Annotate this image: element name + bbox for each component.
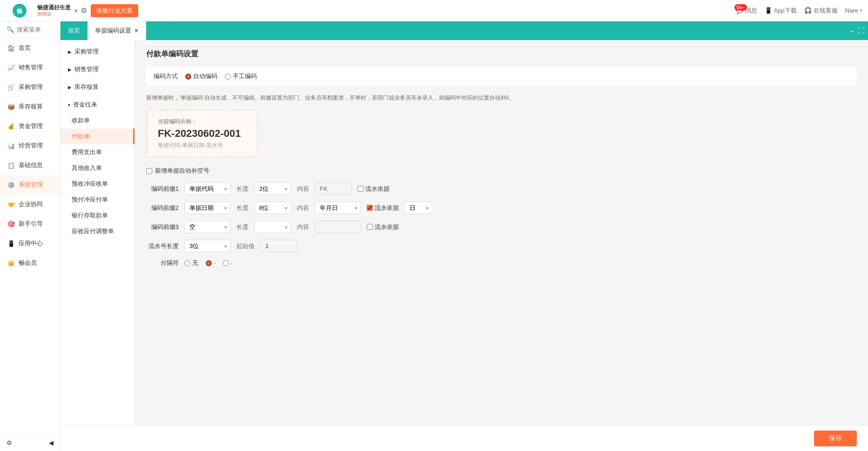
subnav-title-sales[interactable]: ▶ 销售管理 bbox=[61, 61, 135, 77]
service-item[interactable]: 🎧 在线客服 bbox=[804, 7, 838, 15]
preview-box: 当前编码示例： FK-20230602-001 单据代码-单据日期-流水号 bbox=[146, 110, 258, 157]
prefix1-select-wrapper: 单据代码 bbox=[184, 182, 231, 195]
sidebar-item-enterprise[interactable]: 🤝 企业协同 bbox=[0, 195, 60, 214]
tab-maximize-icon[interactable]: ⛶ bbox=[858, 27, 864, 34]
prefix2-serial-label: 流水依据 bbox=[375, 204, 399, 212]
prefix1-serial-check[interactable]: 流水依据 bbox=[357, 185, 390, 193]
tab-home[interactable]: 首页 bbox=[61, 21, 87, 40]
enterprise-icon: 🤝 bbox=[7, 201, 15, 208]
top-bar-left: 畅 畅捷通好生意 旗舰版 ▾ ⚙ 体验行业方案 bbox=[6, 2, 138, 19]
prefix3-serial-check[interactable]: 流水依据 bbox=[367, 223, 399, 231]
auto-fill-checkbox[interactable] bbox=[146, 168, 152, 174]
subnav-item-prepay-rec[interactable]: 预收冲应收单 bbox=[61, 176, 135, 192]
auto-encode-radio[interactable] bbox=[185, 74, 191, 80]
subnav-title-inventory[interactable]: ▶ 库存核算 bbox=[61, 79, 135, 95]
sidebar-item-apps[interactable]: 📱 应用中心 bbox=[0, 234, 60, 253]
settings-icon[interactable]: ⚙ bbox=[81, 6, 87, 15]
start-value-label: 起始值 bbox=[236, 242, 255, 250]
prefix2-select[interactable]: 单据日期 bbox=[184, 202, 231, 214]
sep-dot-radio[interactable] bbox=[223, 260, 229, 266]
preview-desc: 单据代码-单据日期-流水号 bbox=[158, 141, 246, 149]
auto-fill-label: 新增单据自动补空号 bbox=[155, 167, 209, 175]
nav-chevron-icon[interactable]: ▾ bbox=[74, 7, 78, 14]
chevron-right-icon: ▶ bbox=[68, 49, 72, 54]
start-value-input[interactable] bbox=[260, 240, 297, 252]
prefix1-length-wrapper: 2位 bbox=[254, 182, 291, 195]
prefix2-serial-value-wrapper: 日 bbox=[404, 202, 432, 214]
home-icon: 🏠 bbox=[7, 45, 15, 52]
prefix3-select[interactable]: 空 bbox=[184, 221, 231, 233]
preview-label: 当前编码示例： bbox=[158, 118, 246, 126]
serial-length-wrapper: 3位 bbox=[184, 240, 231, 252]
prefix1-length-select[interactable]: 2位 bbox=[254, 182, 291, 195]
trial-button[interactable]: 体验行业方案 bbox=[91, 4, 138, 17]
prefix3-select-wrapper: 空 bbox=[184, 221, 231, 233]
headset-icon: 🎧 bbox=[804, 7, 812, 14]
subnav-title-purchase[interactable]: ▶ 采购管理 bbox=[61, 44, 135, 60]
subnav-title-capital[interactable]: ▾ 资金往来 bbox=[61, 97, 135, 113]
page-content: ▶ 采购管理 ▶ 销售管理 ▶ 库存核算 bbox=[61, 40, 868, 425]
prefix3-row: 编码前缀3 空 长度 内容 bbox=[146, 221, 857, 233]
prefix3-length-select[interactable] bbox=[254, 221, 291, 233]
prefix1-row: 编码前缀1 单据代码 长度 2位 内容 bbox=[146, 182, 857, 195]
prefix1-select[interactable]: 单据代码 bbox=[184, 182, 231, 195]
prefix2-content-select[interactable]: 年月日 bbox=[315, 202, 361, 214]
operation-icon: 📊 bbox=[7, 142, 15, 149]
subnav-item-receipt[interactable]: 收款单 bbox=[61, 113, 135, 128]
prefix2-length-select[interactable]: 8位 bbox=[254, 202, 291, 214]
prefix1-content-input bbox=[315, 182, 352, 195]
username-label: Nare bbox=[845, 7, 858, 14]
sidebar-item-finance[interactable]: 💰 资金管理 bbox=[0, 116, 60, 136]
member-icon: 👑 bbox=[7, 260, 15, 267]
sep-dash-radio[interactable] bbox=[206, 260, 212, 266]
subnav-item-bank[interactable]: 银行存取款单 bbox=[61, 208, 135, 223]
sep-none-option[interactable]: 无 bbox=[184, 259, 198, 267]
sidebar-item-basic[interactable]: 📋 基础信息 bbox=[0, 155, 60, 175]
message-item[interactable]: 💬 99+ 消息 bbox=[736, 7, 757, 15]
tab-minimize-icon[interactable]: – bbox=[850, 27, 854, 34]
prefix2-serial-select[interactable]: 日 bbox=[404, 202, 432, 214]
prefix2-label: 编码前缀2 bbox=[146, 204, 179, 212]
prefix1-serial-checkbox[interactable] bbox=[357, 186, 363, 192]
subnav-item-payment[interactable]: 付款单 bbox=[61, 128, 135, 144]
app-download-item[interactable]: 📱 App下载 bbox=[765, 7, 797, 15]
sidebar-item-home[interactable]: 🏠 首页 bbox=[0, 38, 60, 58]
prefix3-length-label: 长度 bbox=[236, 223, 249, 231]
prefix2-serial-checkbox[interactable] bbox=[367, 205, 373, 211]
manual-encode-option[interactable]: 手工编码 bbox=[225, 72, 257, 81]
tab-close-icon[interactable]: ✕ bbox=[134, 27, 139, 34]
subnav-item-income[interactable]: 其他收入单 bbox=[61, 160, 135, 176]
system-icon: ⚙️ bbox=[7, 182, 15, 188]
sep-dash-option[interactable]: · bbox=[206, 260, 215, 267]
auto-encode-option[interactable]: 自动编码 bbox=[185, 72, 217, 81]
sidebar-item-member[interactable]: 👑 畅会员 bbox=[0, 253, 60, 273]
sep-none-radio[interactable] bbox=[184, 260, 190, 266]
sidebar-item-guide[interactable]: 🎯 新手引导 bbox=[0, 214, 60, 234]
subnav-item-prepay-pay[interactable]: 预付冲应付单 bbox=[61, 192, 135, 208]
top-bar: 畅 畅捷通好生意 旗舰版 ▾ ⚙ 体验行业方案 💬 99+ 消息 📱 App下载… bbox=[0, 0, 868, 21]
sidebar-item-operation[interactable]: 📊 经营管理 bbox=[0, 136, 60, 155]
user-item[interactable]: Nare ▾ bbox=[845, 7, 862, 14]
manual-encode-radio[interactable] bbox=[225, 74, 231, 80]
sidebar-item-sales[interactable]: 📈 销售管理 bbox=[0, 58, 60, 77]
collapse-icon[interactable]: ◀ bbox=[49, 439, 54, 446]
serial-row: 流水号长度 3位 起始值 bbox=[146, 240, 857, 252]
sidebar-item-system[interactable]: ⚙️ 系统管理 bbox=[0, 175, 60, 195]
save-button[interactable]: 保存 bbox=[814, 431, 857, 446]
search-input[interactable] bbox=[17, 26, 54, 33]
sidebar-item-inventory[interactable]: 📦 库存核算 bbox=[0, 97, 60, 116]
app-icon: 📱 bbox=[765, 7, 772, 14]
sidebar-item-purchase[interactable]: 🛒 采购管理 bbox=[0, 77, 60, 97]
main-layout: 🔍 🏠 首页 📈 销售管理 🛒 采购管理 📦 库存核算 💰 资金管理 📊 经营管… bbox=[0, 21, 868, 451]
tab-encoding[interactable]: 单据编码设置 ✕ bbox=[87, 21, 146, 40]
subnav-group-inventory: ▶ 库存核算 bbox=[61, 79, 135, 95]
page-title: 付款单编码设置 bbox=[146, 49, 857, 59]
subnav-item-expense[interactable]: 费用支出单 bbox=[61, 144, 135, 160]
subnav-item-adjust[interactable]: 应收应付调整单 bbox=[61, 223, 135, 239]
prefix2-serial-check[interactable]: 流水依据 bbox=[367, 204, 399, 212]
sep-dot-option[interactable]: · bbox=[223, 260, 233, 267]
tab-bar: 首页 单据编码设置 ✕ – ⛶ bbox=[61, 21, 868, 40]
prefix3-serial-checkbox[interactable] bbox=[367, 224, 373, 230]
serial-length-select[interactable]: 3位 bbox=[184, 240, 231, 252]
settings-gear-icon[interactable]: ⚙ bbox=[7, 439, 12, 446]
